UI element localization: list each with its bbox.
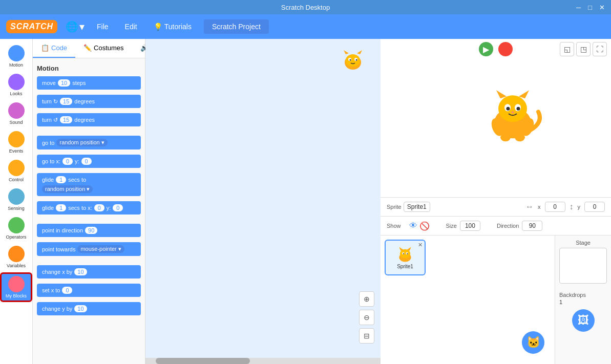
- block-set-x-value[interactable]: 0: [62, 287, 72, 294]
- block-glide-value[interactable]: 1: [56, 176, 66, 183]
- block-turn-ccw: turn ↺ 15 degrees: [37, 113, 141, 130]
- script-controls: ⊕ ⊖ ⊟: [359, 291, 374, 344]
- block-glide-to-position[interactable]: glide 1 secs to random position ▾: [37, 173, 141, 196]
- window-controls[interactable]: ─ □ ✕: [574, 4, 607, 11]
- svg-point-15: [507, 106, 510, 110]
- block-glide-x-value[interactable]: 0: [94, 204, 104, 211]
- tab-costumes[interactable]: ✏️ Costumes: [75, 39, 132, 58]
- project-name-button[interactable]: Scratch Project: [204, 19, 269, 34]
- sprite-item-sprite1[interactable]: ✕ Sprite1: [385, 240, 426, 275]
- direction-value[interactable]: 90: [522, 221, 542, 231]
- block-change-y-value[interactable]: 10: [74, 305, 87, 312]
- block-change-x-text: change x by: [42, 269, 72, 275]
- block-go-to-position[interactable]: go to random position ▾: [37, 136, 141, 149]
- block-set-x-to[interactable]: set x to 0: [37, 284, 141, 297]
- block-glide-xy-secs[interactable]: 1: [56, 204, 66, 211]
- file-menu[interactable]: File: [93, 20, 113, 33]
- block-goto-y-label: y:: [75, 158, 79, 164]
- editor-tabs: 📋 Code ✏️ Costumes 🔊 Sounds: [33, 39, 145, 58]
- block-goto-text: go to: [42, 140, 54, 146]
- sidebar-item-operators[interactable]: Operators: [0, 215, 32, 242]
- sidebar-item-sound[interactable]: Sound: [0, 100, 32, 127]
- block-change-x-by[interactable]: change x by 10: [37, 265, 141, 279]
- y-value[interactable]: 0: [584, 202, 605, 212]
- block-point-towards-target[interactable]: point towards mouse-pointer ▾: [37, 242, 141, 256]
- sprite-delete-btn[interactable]: ✕: [418, 242, 423, 248]
- block-glide-dropdown[interactable]: random position ▾: [42, 185, 93, 193]
- sidebar-item-my-blocks[interactable]: My Blocks: [0, 272, 32, 302]
- backdrops-count: 1: [559, 299, 607, 305]
- block-move-steps[interactable]: move 10 steps: [37, 76, 141, 90]
- block-move: move 10 steps: [37, 76, 141, 93]
- operators-circle: [8, 217, 25, 233]
- tutorials-menu[interactable]: 💡 Tutorials: [150, 20, 196, 33]
- show-icons: 👁 🚫: [409, 221, 430, 231]
- block-change-y-text: change y by: [42, 306, 72, 312]
- close-btn[interactable]: ✕: [597, 4, 607, 11]
- block-goto-dropdown[interactable]: random position ▾: [56, 139, 107, 146]
- block-turn-ccw-value[interactable]: 15: [60, 116, 72, 123]
- block-turn-counterclockwise[interactable]: turn ↺ 15 degrees: [37, 113, 141, 126]
- tab-code[interactable]: 📋 Code: [33, 39, 75, 58]
- globe-arrow: ▾: [79, 20, 85, 33]
- svg-point-2: [346, 54, 360, 67]
- show-visible-icon[interactable]: 👁: [409, 221, 417, 231]
- sprite-field: Sprite Sprite1: [387, 202, 430, 212]
- zoom-in-button[interactable]: ⊕: [359, 291, 374, 307]
- add-sprite-icon: 🐱: [526, 336, 540, 349]
- block-glide-y-value[interactable]: 0: [113, 204, 123, 211]
- block-change-y-by[interactable]: change y by 10: [37, 302, 141, 315]
- block-goto-x-value[interactable]: 0: [62, 158, 73, 165]
- minimize-btn[interactable]: ─: [574, 4, 583, 11]
- block-goto-xy: go to x: 0 y: 0: [37, 155, 141, 171]
- block-glide-xy-text: glide: [42, 205, 54, 211]
- block-turn-cw-value[interactable]: 15: [60, 98, 72, 105]
- svg-point-28: [403, 253, 404, 254]
- block-glide-text: glide: [42, 177, 54, 183]
- block-point-value[interactable]: 90: [85, 227, 97, 234]
- language-selector[interactable]: 🌐 ▾: [66, 20, 85, 33]
- x-value[interactable]: 0: [545, 202, 565, 212]
- block-glide-to-xy[interactable]: glide 1 secs to x: 0 y: 0: [37, 201, 141, 215]
- tutorials-label: Tutorials: [164, 23, 192, 31]
- block-goto-xy-text: go to x:: [42, 158, 60, 164]
- block-towards-dropdown[interactable]: mouse-pointer ▾: [77, 245, 124, 253]
- script-area[interactable]: ⊕ ⊖ ⊟: [145, 39, 381, 364]
- block-goto-y-value[interactable]: 0: [81, 158, 92, 165]
- fit-button[interactable]: ⊟: [359, 328, 374, 344]
- block-move-value[interactable]: 10: [58, 79, 70, 87]
- block-turn-cw-text: turn ↻: [42, 98, 58, 105]
- variables-circle: [8, 246, 25, 262]
- block-turn-cw: turn ↻ 15 degrees: [37, 95, 141, 111]
- svg-point-16: [517, 106, 520, 110]
- block-point-in-direction[interactable]: point in direction 90: [37, 224, 141, 237]
- block-turn-ccw-text: turn ↺: [42, 117, 58, 123]
- sidebar-item-events[interactable]: Events: [0, 129, 32, 156]
- cat-svg: [482, 86, 543, 142]
- edit-menu[interactable]: Edit: [121, 20, 141, 33]
- sidebar-item-control[interactable]: Control: [0, 158, 32, 184]
- add-backdrop-button[interactable]: 🖼: [572, 309, 595, 332]
- sidebar-item-looks[interactable]: Looks: [0, 72, 32, 98]
- block-go-to-xy[interactable]: go to x: 0 y: 0: [37, 155, 141, 168]
- block-change-x-value[interactable]: 10: [74, 268, 87, 275]
- zoom-out-button[interactable]: ⊖: [359, 310, 374, 325]
- svg-marker-12: [519, 90, 529, 98]
- sidebar-item-sensing[interactable]: Sensing: [0, 186, 32, 213]
- block-glide-xy: glide 1 secs to x: 0 y: 0: [37, 201, 141, 218]
- blocks-panel: 📋 Code ✏️ Costumes 🔊 Sounds Motion move …: [33, 39, 145, 364]
- size-value[interactable]: 100: [460, 221, 480, 231]
- h-scrollbar-thumb[interactable]: [156, 358, 250, 364]
- events-label: Events: [9, 148, 24, 154]
- sidebar-item-variables[interactable]: Variables: [0, 244, 32, 270]
- sprite-name-value[interactable]: Sprite1: [404, 202, 430, 212]
- show-hidden-icon[interactable]: 🚫: [419, 221, 430, 231]
- svg-point-5: [350, 59, 351, 61]
- block-turn-clockwise[interactable]: turn ↻ 15 degrees: [37, 95, 141, 108]
- h-scrollbar[interactable]: [145, 358, 381, 364]
- sidebar-item-motion[interactable]: Motion: [0, 43, 32, 70]
- add-sprite-button[interactable]: 🐱: [522, 331, 544, 354]
- x-label: x: [538, 204, 541, 210]
- svg-marker-11: [496, 90, 507, 98]
- restore-btn[interactable]: □: [586, 4, 594, 11]
